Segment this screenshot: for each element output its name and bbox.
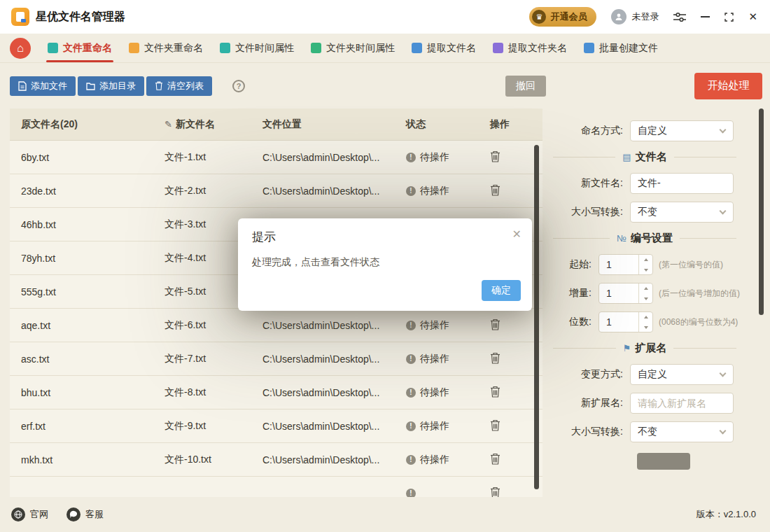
tab-folder-time[interactable]: 文件夹时间属性 [302, 34, 403, 62]
edit-icon: ✎ [164, 119, 172, 130]
tab-batch-create[interactable]: 批量创建文件 [575, 34, 666, 62]
table-row: bhu.txt文件-8.txtC:\Users\admin\Desktop\..… [10, 376, 542, 410]
table-row: asc.txt文件-7.txtC:\Users\admin\Desktop\..… [10, 342, 542, 376]
status-text: 待操作 [420, 151, 449, 164]
filename-section-header: ▤文件名 [553, 150, 736, 164]
new-filename-input[interactable] [630, 173, 734, 194]
cell-old-name: erf.txt [10, 421, 153, 432]
chevron-down-icon [720, 370, 727, 377]
chevron-down-icon [720, 127, 727, 134]
cell-new-name: 文件-10.txt [153, 454, 251, 466]
panel-scrollbar[interactable] [759, 108, 764, 315]
tab-rename-file[interactable]: 文件重命名 [39, 34, 120, 62]
settings-sliders-icon[interactable] [673, 12, 686, 22]
clear-list-label: 清空列表 [167, 80, 204, 92]
header-location: 文件位置 [251, 118, 395, 131]
undo-button[interactable]: 撤回 [505, 76, 546, 97]
minimize-button[interactable] [701, 16, 710, 18]
panel-partial-button[interactable] [637, 453, 690, 470]
table-scrollbar[interactable] [534, 145, 539, 489]
digits-spinner[interactable] [598, 312, 653, 332]
help-icon[interactable]: ? [232, 80, 245, 92]
change-method-value: 自定义 [638, 368, 667, 381]
spin-down-icon[interactable] [639, 265, 652, 274]
delete-row-button[interactable] [490, 150, 500, 162]
cell-path: C:\Users\admin\Desktop\... [251, 454, 395, 465]
header-old-name: 原文件名(20) [10, 118, 153, 131]
new-filename-label: 新文件名: [553, 177, 623, 190]
tab-extract-foldername[interactable]: 提取文件夹名 [484, 34, 575, 62]
cell-old-name: 555g.txt [10, 286, 153, 298]
delete-row-button[interactable] [490, 486, 500, 498]
delete-row-button[interactable] [490, 352, 500, 364]
cell-old-name: bhu.txt [10, 387, 153, 398]
cell-old-name: 6by.txt [10, 152, 153, 163]
cell-new-name: 文件-6.txt [153, 319, 251, 332]
home-icon: ⌂ [17, 42, 24, 55]
tab-label: 文件重命名 [63, 42, 112, 55]
info-icon: ! [406, 354, 416, 364]
close-button[interactable]: ✕ [748, 10, 757, 23]
tab-list: 文件重命名文件夹重命名文件时间属性文件夹时间属性提取文件名提取文件夹名批量创建文… [39, 34, 666, 62]
crown-icon: ♛ [532, 10, 546, 24]
delete-row-button[interactable] [490, 386, 500, 398]
spin-up-icon[interactable] [639, 284, 652, 293]
login-button[interactable]: 未登录 [611, 9, 659, 24]
flag-icon: ⚑ [623, 343, 631, 354]
increment-spinner[interactable] [598, 283, 653, 304]
vip-label: 开通会员 [550, 10, 587, 23]
table-body: 6by.txt文件-1.txtC:\Users\admin\Desktop\..… [10, 141, 542, 497]
cell-status: !待操作 [395, 151, 479, 164]
tab-label: 批量创建文件 [599, 42, 658, 55]
dialog-title: 提示 [252, 229, 276, 245]
vip-button[interactable]: ♛ 开通会员 [529, 7, 596, 27]
tab-rename-folder[interactable]: 文件夹重命名 [120, 34, 211, 62]
dialog-confirm-button[interactable]: 确定 [482, 280, 521, 301]
cell-new-name: 文件-3.txt [153, 218, 251, 231]
case-convert2-select[interactable]: 不变 [630, 421, 734, 442]
delete-row-button[interactable] [490, 184, 500, 196]
tab-file-time[interactable]: 文件时间属性 [211, 34, 302, 62]
spin-down-icon[interactable] [639, 293, 652, 303]
cell-action [479, 419, 542, 433]
digits-label: 位数: [553, 316, 592, 328]
start-number-input[interactable] [599, 255, 638, 274]
folder-time-icon [311, 43, 321, 53]
naming-method-select[interactable]: 自定义 [630, 120, 734, 141]
change-method-label: 变更方式: [553, 368, 623, 381]
case-convert-select[interactable]: 不变 [630, 202, 734, 223]
table-row: erf.txt文件-9.txtC:\Users\admin\Desktop\..… [10, 410, 542, 443]
increment-input[interactable] [599, 284, 638, 303]
cell-path: C:\Users\admin\Desktop\... [251, 320, 395, 331]
cell-old-name: mkh.txt [10, 454, 153, 465]
spin-up-icon[interactable] [639, 255, 652, 265]
delete-row-button[interactable] [490, 453, 500, 465]
website-link[interactable]: 官网 [11, 507, 48, 522]
new-extension-input[interactable] [630, 393, 734, 414]
tab-extract-filename[interactable]: 提取文件名 [403, 34, 484, 62]
tab-label: 文件夹时间属性 [326, 42, 395, 55]
status-text: 待操作 [420, 319, 449, 332]
spin-up-icon[interactable] [639, 312, 652, 322]
start-process-button[interactable]: 开始处理 [694, 73, 762, 99]
digits-input[interactable] [599, 312, 638, 332]
naming-method-value: 自定义 [638, 125, 667, 137]
dialog-close-icon[interactable]: ✕ [512, 227, 522, 241]
add-file-button[interactable]: 添加文件 [10, 76, 76, 96]
maximize-button[interactable] [724, 13, 734, 22]
add-folder-button[interactable]: 添加目录 [78, 76, 144, 96]
delete-row-button[interactable] [490, 419, 500, 431]
tab-label: 文件夹重命名 [144, 42, 203, 55]
support-icon [66, 507, 80, 522]
delete-row-button[interactable] [490, 318, 500, 330]
spin-down-icon[interactable] [639, 322, 652, 332]
change-method-select[interactable]: 自定义 [630, 364, 734, 385]
website-icon [11, 507, 25, 522]
clear-list-button[interactable]: 清空列表 [146, 76, 212, 96]
tab-bar: ⌂ 文件重命名文件夹重命名文件时间属性文件夹时间属性提取文件名提取文件夹名批量创… [0, 34, 770, 63]
home-button[interactable]: ⌂ [10, 38, 31, 59]
website-label: 官网 [30, 508, 48, 521]
start-number-spinner[interactable] [598, 254, 653, 275]
cell-new-name: 文件-9.txt [153, 420, 251, 433]
support-link[interactable]: 客服 [66, 507, 104, 522]
